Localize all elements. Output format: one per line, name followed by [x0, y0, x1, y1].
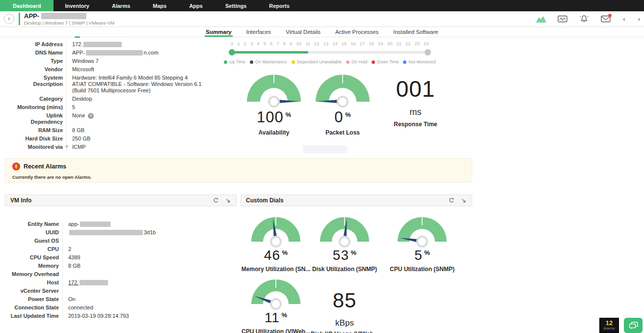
field-row-memory-overhead: Memory Overhead	[10, 271, 237, 278]
field-label: Power State	[10, 296, 59, 303]
tab-installed-software[interactable]: Installed Software	[392, 27, 439, 37]
recent-alarms-message: Currently there are no open Alarms.	[12, 174, 465, 180]
hour-label: 1	[237, 41, 240, 46]
status-indicator-partial	[75, 36, 80, 38]
device-status-bar	[19, 13, 20, 25]
metric-label: Disk I/O Usage (VIWeb...	[311, 331, 378, 333]
gauge-hub	[337, 96, 349, 108]
metric-number: 001	[396, 78, 435, 100]
legend-label: On Maintenance	[255, 59, 287, 64]
chevron-right-icon[interactable]: ›	[637, 15, 641, 23]
tab-active-processes[interactable]: Active Processes	[334, 27, 379, 37]
field-row-last-updated-time: Last Updated Time2019-03-19 09:28:14.793	[10, 313, 237, 319]
refresh-icon[interactable]	[213, 197, 219, 204]
vm-info-panel: VM Info Entity Nameapp-UUID3d1bGuest OSC…	[5, 194, 237, 333]
field-label: Type	[14, 58, 63, 64]
vm-info-title: VM Info	[10, 197, 31, 204]
field-value: 8 GB	[63, 127, 84, 134]
gauge-packet-loss	[316, 75, 370, 102]
hour-label: 5	[264, 41, 266, 46]
hour-label: 3	[250, 41, 253, 46]
help-icon[interactable]: ?	[88, 113, 94, 119]
field-row-memory: Memory8 GB	[10, 263, 237, 269]
field-label: DNS Name	[14, 50, 63, 56]
expand-icon[interactable]	[225, 197, 231, 204]
field-label: Category	[14, 96, 63, 102]
legend-down-time: Down Time	[372, 59, 399, 64]
dial-memory-utilization-sn: 46 %Memory Utilization (SN...	[242, 217, 310, 273]
field-label: IP Address	[14, 41, 63, 48]
value-text: 172.	[72, 41, 82, 47]
value-text: Microsoft	[72, 66, 94, 72]
metric-unit: kBps	[335, 319, 354, 327]
custom-dials-title: Custom Dials	[246, 197, 284, 204]
expand-icon[interactable]	[460, 197, 467, 204]
gauge-hub	[268, 96, 280, 108]
nav-item-alarms[interactable]: Alarms	[101, 0, 141, 11]
hour-label: 23	[415, 41, 420, 46]
alarms-counter-button[interactable]: 12 Alarms	[599, 318, 619, 333]
alarm-red-bell-icon	[12, 163, 20, 170]
field-label: Vendor	[14, 66, 63, 73]
tab-virtual-details[interactable]: Virtual Details	[285, 27, 322, 37]
chevron-left-icon[interactable]: ‹	[622, 15, 626, 23]
refresh-icon[interactable]	[448, 197, 455, 204]
gauge-tick	[275, 279, 276, 288]
area-chart-icon[interactable]	[536, 15, 546, 24]
host-link[interactable]: 172.	[68, 279, 79, 285]
legend-label: Up Time	[229, 59, 245, 64]
hour-label: 18	[369, 41, 374, 46]
back-button[interactable]: ‹	[4, 14, 14, 24]
gauge-cpu-utilization-snmp	[398, 217, 447, 242]
chat-support-button[interactable]	[624, 318, 643, 333]
tab-interfaces[interactable]: Interfaces	[245, 27, 272, 37]
nav-item-apps[interactable]: Apps	[178, 0, 214, 11]
gauge-cpu-utilization-viweb	[251, 279, 300, 304]
value-text: 250 GB	[72, 136, 90, 141]
value-text: connected	[68, 305, 93, 310]
nav-item-inventory[interactable]: Inventory	[54, 0, 101, 11]
field-row-vendor: VendorMicrosoft	[14, 66, 230, 73]
monitor-graph-icon[interactable]	[557, 15, 568, 24]
field-label: Monitored via	[14, 144, 63, 150]
gauge-tick	[275, 217, 276, 225]
tab-summary[interactable]: Summary	[205, 27, 232, 37]
metric-value: 11 %	[265, 311, 287, 325]
collapse-section-icon[interactable]: ▼	[64, 144, 69, 149]
field-value: None?	[63, 112, 94, 125]
field-row-ip-address: IP Address172.	[14, 41, 230, 48]
nav-item-reports[interactable]: Reports	[258, 0, 301, 11]
value-text: n.com	[144, 50, 159, 56]
nav-item-dashboard[interactable]: Dashboard	[0, 0, 54, 11]
alarm-count-label: Alarms	[600, 327, 618, 331]
metric-number: 85	[333, 290, 357, 311]
field-row-system-description: System DescriptionHardware: Intel64 Fami…	[14, 75, 230, 94]
nav-item-settings[interactable]: Settings	[214, 0, 258, 11]
timeline-start-dot	[229, 49, 235, 56]
field-value: Windows 7	[63, 58, 99, 64]
legend-label: Down Time	[377, 59, 399, 64]
mail-icon[interactable]	[600, 15, 611, 24]
field-row-monitoring-mins: Monitoring (mins)5	[14, 104, 230, 111]
field-label: vCenter Server	[10, 288, 59, 294]
alarm-bell-icon[interactable]	[579, 15, 590, 24]
redacted-value	[83, 42, 122, 47]
metric-value: 53 %	[333, 249, 356, 262]
timeline-track	[231, 51, 429, 54]
legend-label: Not Monitored	[408, 59, 435, 64]
value-text: 5	[72, 104, 75, 110]
field-value: APP-n.com	[63, 50, 159, 56]
legend-dot	[403, 60, 406, 64]
field-value: 4389	[59, 254, 80, 261]
hour-label: 15	[342, 41, 347, 46]
field-row-category: CategoryDesktop	[14, 96, 230, 102]
hour-label: 10	[296, 41, 301, 46]
legend-label: Dependent Unavailable	[297, 59, 342, 64]
device-subtitle: Desktop | Windows 7 | SNMP | VMware-VM	[24, 20, 114, 26]
nav-item-maps[interactable]: Maps	[141, 0, 178, 11]
hour-label: 24	[424, 41, 429, 46]
hour-label: 7	[276, 41, 279, 46]
legend-dot	[372, 60, 375, 64]
gauge-hub	[339, 236, 350, 248]
mail-notification-dot	[608, 14, 612, 17]
